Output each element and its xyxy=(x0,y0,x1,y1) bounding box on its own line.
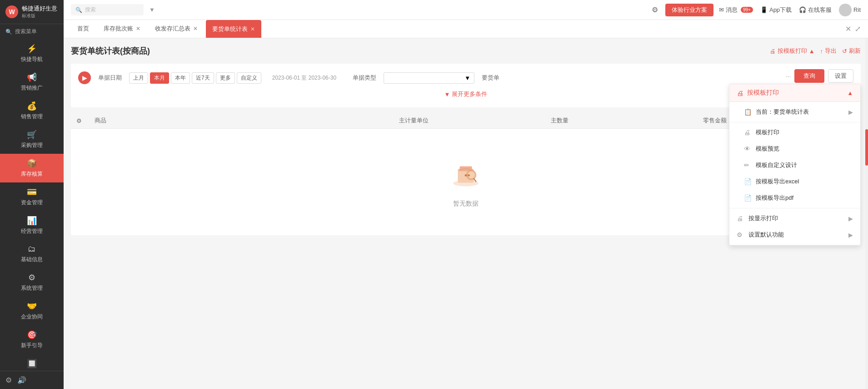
message-icon: ✉ xyxy=(719,6,724,13)
tab-inventory-batch[interactable]: 库存批次账 ✕ xyxy=(97,20,147,38)
svg-line-5 xyxy=(474,179,476,182)
dropdown-item-template-print[interactable]: 🖨 模板打印 xyxy=(729,124,860,141)
current-template-arrow: ▶ xyxy=(848,109,853,116)
goods-label: 要货单 xyxy=(482,74,499,82)
bottom-audio-icon[interactable]: 🔊 xyxy=(17,376,26,384)
scrollbar-thumb[interactable] xyxy=(865,129,868,166)
sidebar-search[interactable]: 🔍 搜索菜单 xyxy=(0,24,64,39)
print-template-label: 按模板打印 xyxy=(778,47,807,55)
messages-label: 消息 xyxy=(726,6,738,14)
sidebar-item-quick-nav[interactable]: ⚡ 快捷导航 xyxy=(0,39,64,68)
dropdown-item-export-pdf[interactable]: 📄 按模板导出pdf xyxy=(729,190,860,206)
date-label: 单据日期 xyxy=(98,74,122,82)
bottom-settings-icon[interactable]: ⚙ xyxy=(5,376,12,384)
sidebar-item-label-quick-nav: 快捷导航 xyxy=(21,56,43,63)
date-btn-custom[interactable]: 自定义 xyxy=(237,72,261,84)
sidebar-item-finance[interactable]: 💳 资金管理 xyxy=(0,182,64,211)
date-btn-this-year[interactable]: 本年 xyxy=(171,72,190,84)
tab-expand-icon[interactable]: ⤢ xyxy=(855,25,861,33)
default-func-arrow: ▶ xyxy=(848,232,853,238)
date-btn-last-month[interactable]: 上月 xyxy=(129,72,148,84)
scrollbar-track[interactable] xyxy=(865,38,868,389)
tab-close-collect-summary[interactable]: ✕ xyxy=(193,25,198,32)
dropdown-item-export-excel[interactable]: 📄 按模板导出excel xyxy=(729,173,860,190)
display-print-icon: 🖨 xyxy=(737,215,744,222)
filter-toggle-btn[interactable]: ▶ xyxy=(78,71,91,84)
refresh-btn[interactable]: ↺ 刷新 xyxy=(842,47,861,55)
tab-close-order-stats[interactable]: ✕ xyxy=(250,26,255,32)
expand-label: 展开更多条件 xyxy=(452,90,487,98)
sidebar-item-operations[interactable]: 📊 经营管理 xyxy=(0,211,64,240)
col-header-unit: 主计量单位 xyxy=(399,116,551,125)
dropdown-item-template-design[interactable]: ✏ 模板自定义设计 xyxy=(729,157,860,173)
dropdown-item-template-preview[interactable]: 👁 模板预览 xyxy=(729,141,860,157)
tab-order-stats[interactable]: 要货单统计表 ✕ xyxy=(206,20,261,38)
topbar-gear-icon[interactable]: ⚙ xyxy=(652,5,658,14)
print-dropdown-panel: 🖨 按模板打印 ▲ 📋 当前：要货单统计表 ▶ 🖨 模板打印 👁 模板预览 xyxy=(729,84,861,246)
user-item[interactable]: Rit xyxy=(839,4,861,16)
topbar-dropdown-icon[interactable]: ▼ xyxy=(149,6,155,13)
refresh-label: 刷新 xyxy=(849,47,861,55)
basic-info-icon: 🗂 xyxy=(28,244,36,254)
messages-badge: 99+ xyxy=(741,7,753,13)
export-icon: ↑ xyxy=(820,48,823,55)
sidebar-bottom: ⚙ 🔊 xyxy=(0,371,64,389)
display-print-arrow: ▶ xyxy=(848,215,853,222)
guide-icon: 🎯 xyxy=(27,330,37,340)
sidebar-item-marketing[interactable]: 📢 营销推广 xyxy=(0,68,64,96)
tab-collect-summary[interactable]: 收发存汇总表 ✕ xyxy=(149,20,204,38)
print-dropdown-header[interactable]: 🖨 按模板打印 ▲ xyxy=(729,84,860,102)
default-func-label: 设置默认功能 xyxy=(748,231,784,239)
tab-close-all-icon[interactable]: ✕ xyxy=(845,25,851,33)
current-template-label: 当前：要货单统计表 xyxy=(756,108,809,116)
topbar-search[interactable]: 🔍 搜索 xyxy=(71,4,144,15)
empty-text: 暂无数据 xyxy=(453,200,479,208)
export-btn[interactable]: ↑ 导出 xyxy=(820,47,837,55)
trial-btn[interactable]: 体验行业方案 xyxy=(665,4,713,16)
sidebar-item-purchase[interactable]: 🛒 采购管理 xyxy=(0,125,64,154)
type-select[interactable]: ▼ xyxy=(384,72,474,84)
date-btn-more[interactable]: 更多 xyxy=(216,72,235,84)
sidebar-item-collab[interactable]: 🤝 企业协同 xyxy=(0,297,64,325)
sidebar-item-basic-info[interactable]: 🗂 基础信息 xyxy=(0,240,64,268)
more-options-icon[interactable]: ··· xyxy=(786,73,791,80)
tab-close-inventory-batch[interactable]: ✕ xyxy=(136,25,140,32)
current-template-icon: 📋 xyxy=(744,108,751,116)
app-download-item[interactable]: 📱 App下载 xyxy=(760,6,792,14)
print-template-btn[interactable]: 🖨 按模板打印 ▲ xyxy=(770,47,815,55)
phone-icon: 📱 xyxy=(760,6,768,13)
col-header-qty: 主数量 xyxy=(551,116,703,125)
page-header: 要货单统计表(按商品) 🖨 按模板打印 ▲ ↑ 导出 ↺ 刷新 xyxy=(71,45,861,56)
print-dropdown-current[interactable]: 📋 当前：要货单统计表 ▶ xyxy=(729,104,860,120)
template-design-icon: ✏ xyxy=(744,162,751,169)
export-label: 导出 xyxy=(825,47,837,55)
online-service-item[interactable]: 🎧 在线客服 xyxy=(799,6,832,14)
export-pdf-label: 按模板导出pdf xyxy=(756,194,793,202)
type-label: 单据类型 xyxy=(353,74,376,82)
dropdown-default-func[interactable]: ⚙ 设置默认功能 ▶ xyxy=(729,227,860,243)
date-btn-this-month[interactable]: 本月 xyxy=(150,72,169,84)
print-dropdown-items-section: 🖨 模板打印 👁 模板预览 ✏ 模板自定义设计 📄 按模板导出excel 📄 xyxy=(729,122,860,208)
col-header-settings[interactable]: ⚙ xyxy=(76,117,95,124)
sidebar-item-system[interactable]: ⚙ 系统管理 xyxy=(0,268,64,297)
sidebar-item-label-marketing: 营销推广 xyxy=(21,84,43,92)
date-btn-7days[interactable]: 近7天 xyxy=(192,72,214,84)
settings-btn[interactable]: 设置 xyxy=(828,69,853,83)
topbar-actions: ⚙ 体验行业方案 xyxy=(652,4,713,16)
app-center-icon: 🔲 xyxy=(27,359,37,369)
printer-icon: 🖨 xyxy=(770,48,776,55)
sidebar-item-inventory[interactable]: 📦 库存核算 xyxy=(0,154,64,182)
query-btn[interactable]: 查询 xyxy=(794,69,824,83)
page-title: 要货单统计表(按商品) xyxy=(71,45,150,56)
sidebar-item-app-center[interactable]: 🔲 应用中心 xyxy=(0,354,64,371)
messages-item[interactable]: ✉ 消息 99+ xyxy=(719,6,753,14)
sidebar-item-sales[interactable]: 💰 销售管理 xyxy=(0,96,64,125)
quick-nav-icon: ⚡ xyxy=(27,44,37,54)
dropdown-display-print[interactable]: 🖨 按显示打印 ▶ xyxy=(729,210,860,227)
tab-home[interactable]: 首页 xyxy=(71,20,95,38)
page-content: 要货单统计表(按商品) 🖨 按模板打印 ▲ ↑ 导出 ↺ 刷新 xyxy=(64,38,868,389)
sidebar-item-guide[interactable]: 🎯 新手引导 xyxy=(0,325,64,354)
sidebar-nav: ⚡ 快捷导航 📢 营销推广 💰 销售管理 🛒 采购管理 📦 库存核算 💳 资金管… xyxy=(0,39,64,371)
sidebar: W 畅捷通好生意 标准版 🔍 搜索菜单 ⚡ 快捷导航 📢 营销推广 💰 销售管理… xyxy=(0,0,64,389)
sidebar-item-label-sales: 销售管理 xyxy=(21,113,43,121)
